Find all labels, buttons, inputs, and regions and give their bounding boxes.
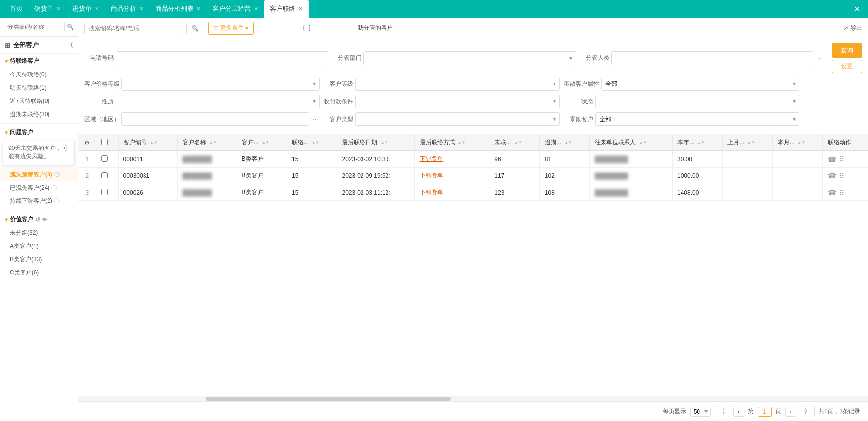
retail-customer-select[interactable]: 全部: [595, 112, 799, 126]
nav-tab-purchase[interactable]: 进货单 ✕: [67, 0, 105, 18]
nav-tab-customer-contact[interactable]: 客户联络 ✕: [264, 0, 309, 18]
next-page-button[interactable]: ›: [785, 407, 796, 417]
staff-input[interactable]: [611, 51, 813, 65]
th-this-year[interactable]: 本年... ▲▼: [673, 134, 723, 151]
sidebar-item-7days[interactable]: 近7天待联络(0): [0, 95, 78, 108]
sidebar-search-icon[interactable]: 🔍: [67, 24, 74, 30]
th-contact-person[interactable]: 往来单位联系人 ▲▼: [590, 134, 673, 151]
edit-icon[interactable]: ✏: [42, 216, 47, 223]
sort-last-month[interactable]: ▲▼: [747, 141, 755, 145]
sidebar-item-c-class[interactable]: C类客户(6): [0, 266, 78, 279]
refresh-icon[interactable]: ↺: [35, 216, 40, 223]
sort-contact-person[interactable]: ▲▼: [639, 141, 647, 145]
status-select[interactable]: [595, 95, 799, 108]
prev-page-button[interactable]: ‹: [733, 407, 744, 417]
close-customer-contact-tab[interactable]: ✕: [298, 6, 303, 12]
window-close-button[interactable]: ✕: [850, 4, 864, 14]
current-page[interactable]: 1: [758, 407, 772, 417]
th-settings[interactable]: ⚙: [78, 134, 96, 151]
sidebar-group-problem-title[interactable]: ▾ 问题客户: [0, 125, 78, 140]
sidebar-group-value-title[interactable]: ▾ 价值客户 ↺ ✏: [0, 212, 78, 226]
action-more-icon-0[interactable]: ⠿: [839, 155, 844, 163]
sort-last-method[interactable]: ▲▼: [458, 141, 466, 145]
row-last-method-1[interactable]: 下销货单: [414, 168, 489, 184]
scrollbar-thumb[interactable]: [206, 397, 451, 401]
retail-attr-select[interactable]: 全部: [601, 77, 799, 91]
th-last-method[interactable]: 最后联络方式 ▲▼: [414, 134, 489, 151]
action-more-icon-2[interactable]: ⠿: [839, 189, 844, 197]
sort-type[interactable]: ▲▼: [262, 141, 269, 145]
last-page-button[interactable]: 》: [800, 406, 815, 417]
select-all-checkbox[interactable]: [101, 139, 108, 145]
close-analysis-list-tab[interactable]: ✕: [196, 6, 201, 12]
sort-contact[interactable]: ▲▼: [312, 141, 319, 145]
nav-tab-analysis-list[interactable]: 商品分析列表 ✕: [149, 0, 207, 18]
customer-level-select[interactable]: [355, 77, 559, 91]
payment-select[interactable]: [355, 95, 559, 108]
th-uncontacted[interactable]: 未联... ▲▼: [489, 134, 539, 151]
row-checkbox-2[interactable]: [96, 184, 118, 201]
action-contact-icon-2[interactable]: ☎: [828, 189, 836, 197]
sort-this-year[interactable]: ▲▼: [697, 141, 705, 145]
th-name[interactable]: 客户名称 ▲▼: [177, 134, 237, 151]
sidebar-item-declining[interactable]: 持续下滑客户(2) ⓘ: [0, 195, 78, 208]
row-last-method-2[interactable]: 下销货单: [414, 184, 489, 201]
area-dots[interactable]: ···: [311, 116, 320, 123]
sidebar-item-today[interactable]: 今天待联络(0): [0, 68, 78, 81]
action-more-icon-1[interactable]: ⠿: [839, 172, 844, 180]
close-analysis-tab[interactable]: ✕: [139, 6, 144, 12]
dept-select[interactable]: [363, 51, 576, 65]
action-contact-icon-0[interactable]: ☎: [828, 155, 836, 163]
sidebar-item-b-class[interactable]: B类客户(33): [0, 253, 78, 266]
more-conditions-button[interactable]: ▽ 更多条件 ▾: [208, 22, 254, 35]
close-purchase-tab[interactable]: ✕: [95, 6, 99, 12]
close-customer-layers-tab[interactable]: ✕: [254, 6, 258, 12]
query-button[interactable]: 查询: [832, 43, 862, 58]
nav-tab-home[interactable]: 首页: [4, 4, 28, 13]
th-code[interactable]: 客户编号 ▲▼: [118, 134, 177, 151]
first-page-button[interactable]: 《: [715, 406, 729, 417]
action-contact-icon-1[interactable]: ☎: [828, 172, 836, 180]
th-contact[interactable]: 联络... ▲▼: [287, 134, 337, 151]
sort-last-date[interactable]: ▲▼: [381, 141, 388, 145]
settings-button[interactable]: 设置: [832, 60, 862, 73]
staff-dots[interactable]: ···: [815, 55, 824, 62]
search-button[interactable]: 🔍: [186, 23, 204, 34]
row-checkbox-0[interactable]: [96, 151, 118, 168]
search-input[interactable]: [84, 23, 182, 34]
th-this-month[interactable]: 本月... ▲▼: [772, 134, 822, 151]
horizontal-scrollbar[interactable]: [78, 396, 868, 401]
sort-overdue[interactable]: ▲▼: [564, 141, 572, 145]
sidebar-item-churned[interactable]: 已流失客户(24) ⓘ: [0, 181, 78, 195]
customer-type-select[interactable]: [355, 112, 559, 126]
phone-input[interactable]: [116, 51, 328, 65]
per-page-select[interactable]: 50: [690, 407, 711, 417]
th-last-date[interactable]: 最后联络日期 ▲▼: [337, 134, 414, 151]
sort-this-month[interactable]: ▲▼: [797, 141, 805, 145]
sidebar-item-ungrouped[interactable]: 未分组(32): [0, 226, 78, 240]
th-last-month[interactable]: 上月... ▲▼: [723, 134, 772, 151]
sidebar-item-overdue[interactable]: 逾期未联络(30): [0, 108, 78, 121]
th-overdue[interactable]: 逾期... ▲▼: [539, 134, 589, 151]
row-last-method-0[interactable]: 下销货单: [414, 151, 489, 168]
sidebar-item-a-class[interactable]: A类客户(1): [0, 240, 78, 253]
nav-tab-sales[interactable]: 销货单 ✕: [28, 0, 67, 18]
nav-tab-customer-layers[interactable]: 客户分层经营 ✕: [207, 0, 264, 18]
th-customer-type[interactable]: 客户... ▲▼: [237, 134, 287, 151]
sort-code[interactable]: ▲▼: [150, 141, 158, 145]
sidebar-group-pending-title[interactable]: ▾ 待联络客户: [0, 54, 78, 68]
my-customers-checkbox[interactable]: [258, 25, 356, 31]
sidebar-item-churn-warning[interactable]: 流失预警客户(3) ⓘ: [0, 168, 78, 181]
my-customers-checkbox-label[interactable]: 我分管的客户: [258, 24, 393, 32]
sidebar-search-input[interactable]: [4, 22, 65, 32]
close-sales-tab[interactable]: ✕: [56, 6, 61, 12]
gender-select[interactable]: [116, 95, 320, 108]
sidebar-all-customers[interactable]: ⊞ 全部客户 《: [0, 37, 78, 54]
sidebar-item-tomorrow[interactable]: 明天待联络(1): [0, 81, 78, 95]
export-button[interactable]: ↗ 导出: [844, 24, 862, 32]
price-level-select[interactable]: [121, 77, 320, 91]
sort-uncontacted[interactable]: ▲▼: [514, 141, 522, 145]
nav-tab-analysis[interactable]: 商品分析 ✕: [105, 0, 149, 18]
area-input[interactable]: [121, 112, 309, 126]
row-checkbox-1[interactable]: [96, 168, 118, 184]
